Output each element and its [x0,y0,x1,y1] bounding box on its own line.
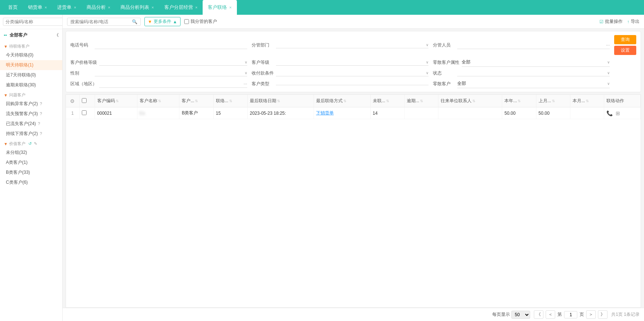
col-this-year[interactable]: 本年...⇅ [502,95,536,107]
filter-person-dots[interactable]: ··· [606,42,610,48]
col-gear[interactable]: ⚙ [66,95,79,107]
sidebar-item-ungroup[interactable]: 未分组(32) [0,148,62,158]
cell-check[interactable] [79,107,95,119]
filter-retail-attr-label: 零散客户属性 [433,59,459,66]
batch-ops-btn[interactable]: ☑ 批量操作 [599,18,623,25]
col-code[interactable]: 客户编码⇅ [95,95,137,107]
last-method-link[interactable]: 下销货单 [316,110,334,115]
col-last-method[interactable]: 最后联络方式⇅ [314,95,370,107]
nav-purchase[interactable]: 进货单 × [52,0,81,15]
refresh-icon[interactable]: ↺ [28,141,32,146]
filter-gender-select[interactable]: ∨ [95,70,247,76]
next-page-btn[interactable]: ＞ [586,310,596,319]
sidebar-item-today[interactable]: 今天待联络(0) [0,50,62,60]
close-customer-contact-icon[interactable]: × [229,5,231,10]
sidebar-item-c-class[interactable]: C类客户(6) [0,177,62,187]
col-checkbox[interactable] [79,95,95,107]
page-size-select[interactable]: 50 10 20 100 [511,311,530,319]
page-number-input[interactable] [564,311,577,318]
close-sales-icon[interactable]: × [45,5,47,10]
select-all-checkbox[interactable] [82,98,87,103]
filter-phone: 电话号码 [70,41,247,49]
cell-last-date: 2023-05-23 18:25: [247,107,314,119]
export-btn[interactable]: ↑ 导出 [627,18,640,25]
col-last-date[interactable]: 最后联络日期⇅ [247,95,314,107]
nav-customer-layers[interactable]: 客户分层经营 × [159,0,203,15]
retail-attr-chevron-icon: ∨ [607,60,610,64]
action-more-icon[interactable]: ⊞ [616,110,620,116]
sidebar-item-overdue[interactable]: 逾期未联络(30) [0,80,62,90]
filter-phone-label: 电话号码 [70,42,92,48]
col-name[interactable]: 客户名称⇅ [137,95,179,107]
filter-person-select[interactable]: ··· [457,41,610,49]
first-page-btn[interactable]: 《 [534,310,543,319]
filter-region-select[interactable]: ··· [99,80,247,88]
col-type[interactable]: 客户...⇅ [179,95,213,107]
filter-ctype-select[interactable] [276,83,428,85]
row-checkbox[interactable] [82,110,87,115]
sidebar-item-b-class[interactable]: B类客户(33) [0,168,62,177]
pagination: 《 ＜ 第 页 ＞ 》 [534,310,608,319]
region-dots-icon[interactable]: ··· [244,81,247,86]
filter-status-select[interactable]: ∨ [457,70,610,76]
gear-icon[interactable]: ⚙ [70,98,75,104]
collapse-icon[interactable]: 《 [55,32,59,38]
last-page-btn[interactable]: 》 [598,310,608,319]
sidebar-item-churn-warning[interactable]: 流失预警客户(3) ? [0,109,62,119]
page-unit: 页 [580,311,584,318]
filter-retail-select[interactable]: 全部 ∨ [457,79,610,88]
col-uncontacted[interactable]: 未联...⇅ [370,95,404,107]
cell-name[interactable]: Ea [137,107,179,119]
col-contact-count[interactable]: 联络...⇅ [213,95,247,107]
filter-row-2: 客户价格等级 ∨ 客户等级 ∨ 零散客户属性 全部 [70,58,636,67]
filter-phone-input[interactable] [95,41,247,49]
sidebar-item-declining[interactable]: 持续下滑客户(2) ? [0,129,62,139]
this-year-sort-icon: ⇅ [518,99,521,103]
edit-value-icon[interactable]: ✎ [34,141,37,146]
col-unit-contact[interactable]: 往来单位联系人⇅ [438,95,502,107]
filter-price-select[interactable]: ∨ [99,59,247,66]
sidebar-item-a-class[interactable]: A类客户(1) [0,158,62,168]
my-customers-checkbox-label[interactable]: 我分管的客户 [184,18,217,25]
filter-clevel-select[interactable]: ∨ [276,59,428,66]
query-btn[interactable]: 查询 [614,35,636,44]
sidebar-search-area: 🔍 [0,15,62,29]
more-conditions-btn[interactable]: ▼ 更多条件 ▲ [144,17,181,26]
nav-sales[interactable]: 销货单 × [23,0,52,15]
close-customer-layers-icon[interactable]: × [195,5,197,10]
prev-page-btn[interactable]: ＜ [546,310,555,319]
filter-retail-attr-select[interactable]: 全部 ∨ [462,58,610,67]
filter-gender-label: 性别 [70,70,92,76]
type-sort-icon: ⇅ [195,99,198,103]
sidebar-item-churned[interactable]: 已流失客户(24) ? [0,119,62,129]
sidebar-search-input[interactable] [3,18,63,26]
nav-product-analysis[interactable]: 商品分析 × [81,0,115,15]
set-btn[interactable]: 设置 [614,46,636,55]
col-last-month[interactable]: 上月...⇅ [536,95,570,107]
cell-code: 000021 [95,107,137,119]
filter-payment-select[interactable]: ∨ [276,70,428,76]
sidebar-item-7days[interactable]: 近7天待联络(0) [0,70,62,80]
sidebar-all-customers[interactable]: ▪▪ 全部客户 《 [0,29,62,41]
action-contact-icon[interactable]: 📞 [606,110,613,116]
this-month-sort-icon: ⇅ [586,99,589,103]
cell-last-method[interactable]: 下销货单 [314,107,370,119]
sidebar-item-tomorrow[interactable]: 明天待联络(1) [0,60,62,70]
sidebar-item-abnormal[interactable]: 回购异常客户(2) ? [0,99,62,109]
close-product-list-icon[interactable]: × [151,5,154,10]
col-overdue[interactable]: 逾期...⇅ [404,95,438,107]
main-search-icon[interactable]: 🔍 [132,19,137,24]
nav-customer-contact[interactable]: 客户联络 × [203,0,237,15]
my-customers-checkbox[interactable] [184,19,189,24]
cell-contact-count: 15 [213,107,247,119]
filter-row-1: 电话号码 分管部门 ∨ 分管人员 ··· [70,35,636,55]
filter-dept-select[interactable]: ∨ [276,42,428,48]
col-this-month[interactable]: 本月...⇅ [570,95,604,107]
filter-panel: 电话号码 分管部门 ∨ 分管人员 ··· [66,31,641,92]
close-product-analysis-icon[interactable]: × [108,5,110,10]
top-nav: 首页 销货单 × 进货单 × 商品分析 × 商品分析列表 × 客户分层经营 × … [0,0,644,15]
main-search-input[interactable] [70,19,132,24]
nav-product-analysis-list[interactable]: 商品分析列表 × [115,0,159,15]
nav-home[interactable]: 首页 [3,0,23,15]
close-purchase-icon[interactable]: × [74,5,76,10]
